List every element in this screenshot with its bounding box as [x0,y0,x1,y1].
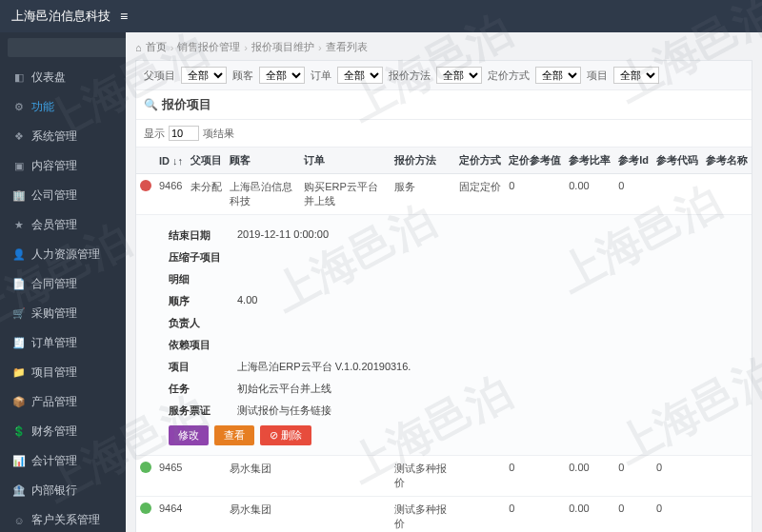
table-row[interactable]: 9465易水集团测试多种报价00.0000 [136,456,752,497]
table-cell: 0 [505,456,565,497]
detail-row: 结束日期2019-12-11 0:00:00压缩子项目明细顺序4.00负责人依赖… [136,215,752,456]
column-header[interactable]: 参考Id [614,148,652,174]
column-header[interactable] [136,148,155,174]
menu-item-icon: 📁 [12,366,26,379]
panel-title-row: 🔍 报价项目 [136,90,752,120]
breadcrumb-item[interactable]: 报价项目维护 [251,40,314,54]
detail-label: 顺序 [169,294,224,308]
search-input[interactable] [8,38,126,57]
detail-label: 服务票证 [169,404,224,418]
sidebar-item[interactable]: 👤人力资源管理 [0,240,126,269]
detail-line: 服务票证测试报价与任务链接 [169,400,748,422]
table-cell [187,456,226,497]
sidebar-item-label: 内容管理 [31,158,77,174]
sidebar-item[interactable]: ◧仪表盘 [0,63,126,92]
view-button[interactable]: 查看 [214,425,254,445]
filter-select[interactable]: 全部 [337,67,383,84]
menu-item-icon: 📄 [12,278,26,290]
sidebar-item[interactable]: 📁项目管理 [0,358,126,387]
table-cell: 9465 [155,456,187,497]
table-cell: 0.00 [565,456,614,497]
filter-select[interactable]: 全部 [436,67,482,84]
breadcrumb-home[interactable]: 首页 [146,40,167,54]
sidebar-item-label: 项目管理 [31,365,77,381]
menu-item-icon: 📊 [12,455,26,467]
sidebar-item[interactable]: 💲财务管理 [0,417,126,446]
menu-item-icon: 🧾 [12,337,26,349]
menu-item-icon: 👤 [12,248,26,261]
table-cell: 易水集团 [226,497,300,533]
filter-label: 父项目 [144,69,175,83]
sidebar-item[interactable]: ☺客户关系管理 [0,505,126,532]
breadcrumb-item[interactable]: 查看列表 [326,40,368,54]
table-row[interactable]: 9466未分配上海邑泊信息科技购买ERP云平台并上线服务固定定价00.000 [136,174,752,215]
sidebar-item[interactable]: ❖系统管理 [0,122,126,151]
column-header[interactable]: 参考比率 [565,148,614,174]
sidebar-item[interactable]: ★会员管理 [0,210,126,240]
sidebar: 🔍 ◧仪表盘⚙功能❖系统管理▣内容管理🏢公司管理★会员管理👤人力资源管理📄合同管… [0,32,126,532]
table-cell: 9466 [155,174,187,215]
column-header[interactable]: ID ↓↑ [155,148,187,174]
status-icon [140,502,151,514]
sidebar-item[interactable]: 🏢公司管理 [0,181,126,210]
detail-value: 测试报价与任务链接 [237,404,331,418]
pagesize-input[interactable] [169,126,199,141]
table-cell: 0 [614,174,652,215]
column-header[interactable]: 父项目 [187,148,226,174]
filter-select[interactable]: 全部 [613,67,659,84]
table-cell [652,174,702,215]
detail-label: 压缩子项目 [169,250,224,265]
column-header[interactable]: 参考代码 [652,148,702,174]
column-header[interactable]: 参考名称 [702,148,752,174]
sidebar-item-label: 会计管理 [31,453,77,469]
table-cell [702,497,752,533]
column-header[interactable]: 定价参考值 [505,148,565,174]
table-cell: 0.00 [565,497,614,533]
table-cell [300,497,391,533]
table-cell: 购买ERP云平台并上线 [300,174,391,215]
table-cell: 0 [652,456,702,497]
filter-select[interactable]: 全部 [259,67,305,84]
breadcrumb-item[interactable]: 销售报价管理 [177,40,240,54]
detail-label: 明细 [169,272,224,286]
filter-select[interactable]: 全部 [535,67,581,84]
table-cell: 0.00 [565,174,614,215]
menu-item-icon: ☺ [12,515,26,526]
pagesize-row: 显示 项结果 [136,120,752,148]
edit-button[interactable]: 修改 [169,425,209,445]
content: ⌂ 首页 › 销售报价管理 › 报价项目维护 › 查看列表 父项目全部顾客全部订… [126,32,762,532]
show-label: 显示 [144,127,165,141]
menu-item-icon: 📦 [12,396,26,408]
table-cell [702,456,752,497]
column-header[interactable]: 顾客 [226,148,300,174]
sidebar-item[interactable]: 🛒采购管理 [0,299,126,328]
table-cell: 测试多种报价 [391,456,455,497]
detail-label: 结束日期 [169,228,224,243]
table-cell [455,497,505,533]
column-header[interactable]: 定价方式 [455,148,505,174]
column-header[interactable]: 订单 [300,148,391,174]
sidebar-item[interactable]: 📦产品管理 [0,387,126,417]
filter-row: 父项目全部顾客全部订单全部报价方法全部定价方式全部项目全部 [136,61,752,90]
detail-line: 任务初始化云平台并上线 [169,378,748,400]
delete-button[interactable]: ⊘ 删除 [260,425,311,445]
home-icon[interactable]: ⌂ [135,42,142,53]
table-cell: 0 [614,497,652,533]
sidebar-item[interactable]: 🧾订单管理 [0,328,126,358]
sidebar-item[interactable]: 🏦内部银行 [0,476,126,505]
detail-label: 依赖项目 [169,338,224,352]
table-cell: 上海邑泊信息科技 [226,174,300,215]
sidebar-item[interactable]: 📄合同管理 [0,269,126,299]
sidebar-item-label: 内部银行 [31,483,77,499]
table-row[interactable]: 9464易水集团测试多种报价00.0000 [136,497,752,533]
detail-label: 任务 [169,382,224,396]
sidebar-item[interactable]: ⚙功能 [0,92,126,122]
column-header[interactable]: 报价方法 [391,148,455,174]
sidebar-item[interactable]: ▣内容管理 [0,151,126,181]
sidebar-item[interactable]: 📊会计管理 [0,446,126,476]
sidebar-item-label: 会员管理 [31,217,77,233]
table-cell [455,456,505,497]
filter-select[interactable]: 全部 [181,67,227,84]
status-icon [140,462,151,473]
menu-icon[interactable]: ≡ [120,9,128,24]
